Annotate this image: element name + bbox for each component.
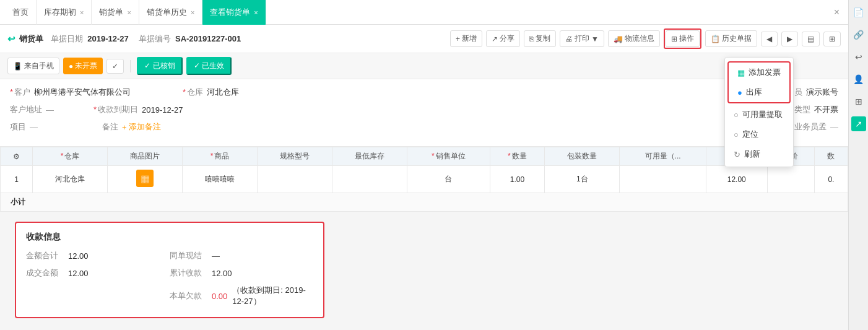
sidebar-expand-icon[interactable]: ↗ [851, 116, 866, 131]
add-note-icon: + [122, 123, 127, 132]
col-warehouse: *仓库 [33, 147, 108, 166]
table-section: ⚙ *仓库 商品图片 *商品 规格型号 最低库存 *销售单位 *数量 包装数量 … [0, 147, 848, 212]
tab-sales-order-close[interactable]: × [127, 9, 131, 16]
col-available: 可用量（... [620, 147, 706, 166]
history-button[interactable]: 📋 历史单据 [705, 30, 757, 47]
form-row-2: 客户地址 — *收款到期日 2019-12-27 *票据类型 不开票 [10, 104, 838, 115]
toolbar-row: 📱 来自手机 ● 未开票 ✓ ✓ 已核销 ✓ 已生效 [0, 53, 848, 79]
data-table: ⚙ *仓库 商品图片 *商品 规格型号 最低库存 *销售单位 *数量 包装数量 … [0, 147, 848, 212]
window-close-btn[interactable]: × [830, 4, 843, 20]
deal-value: 12.00 [68, 269, 89, 278]
tab-home[interactable]: 首页 [5, 0, 37, 25]
payment-title: 收款信息 [26, 232, 313, 243]
row-qty: 1.00 [490, 166, 545, 193]
tab-sales-order[interactable]: 销货单 × [92, 0, 139, 25]
new-icon: + [456, 35, 460, 43]
row-num: 1 [1, 166, 33, 193]
sidebar-doc-icon[interactable]: 📄 [851, 5, 866, 20]
form-section: *客户 柳州粤港平安气体有限公司 *仓库 河北仓库 业务员 演示账号 客户地址 … [0, 79, 848, 147]
not-open-btn[interactable]: ● 未开票 [63, 58, 103, 74]
row-product-img [108, 166, 183, 193]
due-date-value: 2019-12-27 [142, 105, 183, 115]
logistics-icon: 🚚 [614, 35, 623, 43]
header-actions: + 新增 ↗ 分享 ⎘ 复制 🖨 打印 ▼ 🚚 物流信息 [450, 28, 841, 49]
add-invoice-icon: ▦ [737, 68, 745, 77]
dropdown-add-invoice[interactable]: ▦ 添加发票 [729, 63, 789, 82]
view-list-button[interactable]: ▤ [802, 32, 820, 46]
form-row-1: *客户 柳州粤港平安气体有限公司 *仓库 河北仓库 业务员 演示账号 [10, 87, 838, 98]
tab-sales-order-label: 销货单 [99, 7, 123, 18]
owed-suffix: （收款到期日: 2019-12-27） [232, 285, 313, 307]
tab-sales-history-close[interactable]: × [191, 9, 194, 16]
payment-row-deal: 成交金额 12.00 [26, 266, 170, 280]
effective-check-icon: ✓ [194, 61, 200, 70]
payment-grid: 金额合计 12.00 同单现结 — 成交金额 12.00 累计收款 12.00 [26, 249, 313, 308]
copy-button[interactable]: ⎘ 复制 [524, 30, 556, 47]
add-note-button[interactable]: + 添加备注 [122, 121, 161, 132]
from-phone-btn[interactable]: 📱 来自手机 [7, 58, 59, 74]
doc-type-label: 销货单 [19, 33, 43, 45]
doc-type-icon: ↩ [7, 33, 15, 45]
doc-meta: 单据日期 2019-12-27 单据编号 SA-20191227-001 [51, 33, 241, 45]
next-icon: ▶ [787, 35, 792, 43]
tab-inventory-init[interactable]: 库存期初 × [37, 0, 92, 25]
dropdown-refresh[interactable]: ↻ 刷新 [725, 144, 793, 164]
view-grid-button[interactable]: ⊞ [823, 32, 841, 46]
confirmed-btn[interactable]: ✓ 已核销 [137, 57, 182, 75]
row-unit: 台 [407, 166, 490, 193]
operation-icon: ⊞ [671, 35, 677, 43]
cumulative-label: 累计收款 [170, 267, 207, 279]
nav-prev-button[interactable]: ◀ [761, 32, 778, 46]
row-price [767, 166, 814, 193]
print-icon: 🖨 [565, 35, 573, 43]
col-product: *商品 [183, 147, 258, 166]
form-row-3: 项目 — 备注 + 添加备注 *业务员孟 — [10, 121, 838, 132]
share-button[interactable]: ↗ 分享 [486, 30, 520, 47]
table-row: 1 河北仓库 嘻嘻嘻嘻 台 1.00 1台 12.00 0. [1, 166, 848, 193]
nav-next-button[interactable]: ▶ [781, 32, 798, 46]
outbound-icon: ● [737, 88, 742, 97]
tab-view-sales[interactable]: 查看销货单 × [202, 0, 266, 25]
sidebar-back-icon[interactable]: ↩ [851, 50, 866, 64]
tab-inventory-init-close[interactable]: × [80, 9, 84, 16]
print-button[interactable]: 🖨 打印 ▼ [560, 30, 604, 47]
row-min-stock [332, 166, 407, 193]
effective-btn[interactable]: ✓ 已生效 [186, 57, 232, 75]
cumulative-value: 12.00 [212, 269, 232, 278]
doc-title: ↩ 销货单 [7, 33, 43, 45]
list-view-icon: ▤ [807, 35, 814, 43]
copy-icon: ⎘ [529, 35, 534, 43]
row-warehouse: 河北仓库 [33, 166, 108, 193]
check-icon-btn[interactable]: ✓ [106, 59, 124, 74]
row-pack-qty: 1台 [545, 166, 620, 193]
tab-view-sales-close[interactable]: × [254, 9, 258, 16]
address-field: 客户地址 — [10, 104, 54, 115]
salesman-value: — [830, 123, 838, 132]
customer-field: *客户 柳州粤港平安气体有限公司 [10, 87, 131, 98]
refresh-icon: ↻ [734, 150, 740, 159]
new-button[interactable]: + 新增 [450, 30, 482, 47]
sidebar-user-icon[interactable]: 👤 [851, 72, 866, 87]
dropdown-get-available[interactable]: ○ 可用量提取 [725, 105, 793, 124]
doc-no-label: 单据编号 SA-20191227-001 [139, 33, 241, 45]
row-available [620, 166, 706, 193]
operation-button[interactable]: ⊞ 操作 [666, 30, 700, 47]
sidebar-link-icon[interactable]: 🔗 [851, 27, 866, 42]
col-gear[interactable]: ⚙ [1, 147, 33, 166]
logistics-button[interactable]: 🚚 物流信息 [608, 30, 660, 47]
sidebar-grid-icon[interactable]: ⊞ [851, 94, 866, 109]
col-product-img: 商品图片 [108, 147, 183, 166]
tab-sales-history[interactable]: 销货单历史 × [139, 0, 202, 25]
dropdown-outbound[interactable]: ● 出库 [729, 82, 789, 102]
toolbar-separator [130, 60, 131, 72]
subtotal-label: 小计 [1, 193, 848, 212]
subtotal-row: 小计 [1, 193, 848, 212]
same-order-value: — [212, 251, 220, 261]
dropdown-locate[interactable]: ○ 定位 [725, 124, 793, 144]
owed-date: 2019-12-27 [232, 285, 305, 306]
right-sidebar: 📄 🔗 ↩ 👤 ⊞ ↗ [848, 0, 868, 328]
tab-view-sales-label: 查看销货单 [210, 7, 250, 18]
tab-home-label: 首页 [12, 7, 28, 18]
get-available-icon: ○ [734, 110, 739, 119]
check-icon: ✓ [112, 62, 118, 71]
